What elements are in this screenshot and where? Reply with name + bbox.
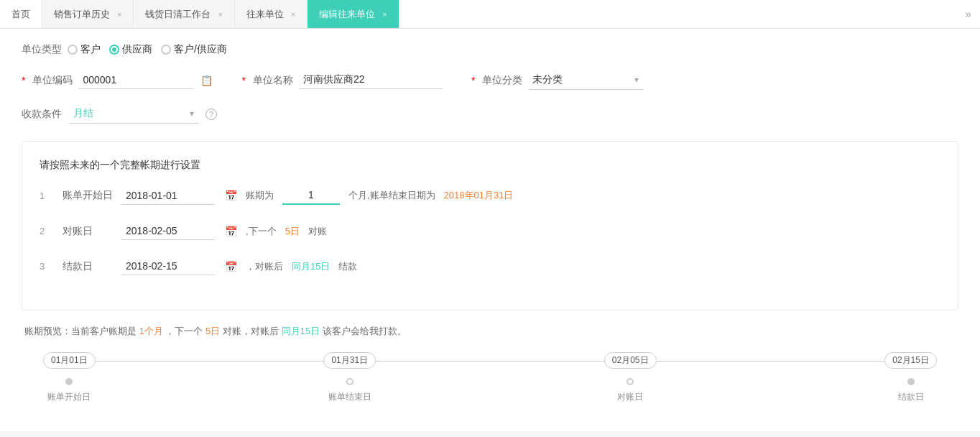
timeline-nodes: 01月01日 账单开始日 01月31日 账单结束日 02月05日 对账日 02月… <box>43 352 937 403</box>
help-icon[interactable]: ? <box>205 109 217 120</box>
chevron-down-icon: ▾ <box>634 75 639 85</box>
step-1-num: 1 <box>40 190 54 201</box>
unit-type-row: 单位类型 客户 供应商 客户/供应商 <box>22 43 958 56</box>
payment-condition-label: 收款条件 <box>22 108 62 121</box>
unit-type-label: 单位类型 <box>22 43 62 56</box>
period-input[interactable] <box>282 186 340 205</box>
timeline-label-3: 结款日 <box>898 391 924 403</box>
preview-text: 账期预览：当前客户账期是 1个月 ，下一个 5日 对账，对账后 同月15日 该客… <box>22 325 958 338</box>
settings-title: 请按照未来的一个完整帐期进行设置 <box>40 159 940 172</box>
timeline-node-2: 02月05日 对账日 <box>604 352 657 403</box>
timeline-label-2: 对账日 <box>617 391 643 403</box>
preview-prefix: 账期预览：当前客户账期是 <box>24 326 137 336</box>
preview-mid2: 对账，对账后 <box>223 326 279 336</box>
payment-chevron-icon: ▾ <box>190 109 194 119</box>
tab-home[interactable]: 首页 <box>0 0 42 28</box>
timeline-badge-0: 01月01日 <box>43 352 96 369</box>
unit-category-group: * 单位分类 未分类 ▾ <box>471 70 643 90</box>
tab-sales-history[interactable]: 销售订单历史 × <box>42 0 134 28</box>
timeline-label-0: 账单开始日 <box>47 391 91 403</box>
step-2-num: 2 <box>40 226 54 236</box>
timeline-badge-2: 02月05日 <box>604 352 657 369</box>
unit-info-row: * 单位编码 📋 * 单位名称 * 单位分类 未分类 ▾ <box>22 70 958 90</box>
step-3-num: 3 <box>40 261 54 272</box>
timeline-label-1: 账单结束日 <box>328 391 371 403</box>
tab-counterparty-close[interactable]: × <box>291 10 295 19</box>
unit-name-required: * <box>241 75 245 86</box>
unit-code-label: 单位编码 <box>32 74 73 87</box>
tab-edit-counterparty-label: 编辑往来单位 <box>319 8 375 21</box>
reconcile-date-calendar-icon[interactable]: 📅 <box>225 226 237 237</box>
step-2-label: 对账日 <box>63 225 113 238</box>
reconcile-prefix: ,下一个 <box>246 225 277 238</box>
start-date-calendar-icon[interactable]: 📅 <box>225 190 237 201</box>
tab-home-label: 首页 <box>11 8 30 21</box>
timeline: 01月01日 账单开始日 01月31日 账单结束日 02月05日 对账日 02月… <box>22 352 958 403</box>
timeline-dot-0 <box>65 378 73 385</box>
radio-both-label: 客户/供应商 <box>174 43 227 56</box>
radio-customer-label: 客户 <box>80 43 101 56</box>
preview-part2: 5日 <box>205 326 220 336</box>
unit-category-value: 未分类 <box>532 73 632 86</box>
start-date-input[interactable] <box>121 187 215 205</box>
payment-date-calendar-icon[interactable]: 📅 <box>225 261 237 272</box>
tab-expand-button[interactable]: » <box>956 0 980 28</box>
timeline-dot-2 <box>627 378 634 385</box>
timeline-node-0: 01月01日 账单开始日 <box>43 352 96 403</box>
timeline-dot-1 <box>346 378 353 385</box>
reconcile-suffix: 对账 <box>308 225 327 238</box>
copy-icon[interactable]: 📋 <box>200 75 213 86</box>
unit-code-input[interactable] <box>78 71 193 89</box>
tab-bar: 首页 销售订单历史 × 钱货日清工作台 × 往来单位 × 编辑往来单位 × » <box>0 0 980 29</box>
settings-row-3: 3 结款日 📅 ，对账后 同月15日 结款 <box>40 257 940 275</box>
radio-customer[interactable]: 客户 <box>68 43 101 56</box>
tab-sales-history-label: 销售订单历史 <box>54 8 110 21</box>
main-content: 单位类型 客户 供应商 客户/供应商 * 单位编码 <box>0 29 980 431</box>
step-3-label: 结款日 <box>63 260 113 273</box>
unit-name-input[interactable] <box>299 71 443 89</box>
step-1-label: 账单开始日 <box>63 189 113 202</box>
preview-mid1: ，下一个 <box>165 326 203 336</box>
payment-suffix: 结款 <box>338 260 357 273</box>
unit-category-label: 单位分类 <box>482 74 522 87</box>
unit-name-group: * 单位名称 <box>241 71 442 89</box>
timeline-badge-3: 02月15日 <box>884 352 937 369</box>
tab-sales-history-close[interactable]: × <box>117 10 121 19</box>
payment-condition-value: 月结 <box>73 107 187 120</box>
payment-condition-row: 收款条件 月结 ▾ ? <box>22 104 958 124</box>
tab-counterparty[interactable]: 往来单位 × <box>235 0 308 28</box>
unit-type-radio-group: 客户 供应商 客户/供应商 <box>68 43 227 56</box>
radio-both-circle <box>161 45 171 55</box>
payment-condition-select[interactable]: 月结 ▾ <box>69 104 198 124</box>
timeline-badge-1: 01月31日 <box>323 352 376 369</box>
payment-date-input[interactable] <box>121 257 215 275</box>
timeline-node-3: 02月15日 结款日 <box>884 352 937 403</box>
timeline-dot-3 <box>907 378 915 385</box>
radio-supplier-label: 供应商 <box>122 43 152 56</box>
radio-both[interactable]: 客户/供应商 <box>161 43 227 56</box>
unit-category-required: * <box>471 75 475 86</box>
tab-cash-desk-label: 钱货日清工作台 <box>145 8 211 21</box>
radio-customer-circle <box>68 45 78 55</box>
reconcile-date-input[interactable] <box>121 222 215 240</box>
end-date-highlight: 2018年01月31日 <box>444 189 514 202</box>
preview-suffix: 该客户会给我打款。 <box>323 326 407 336</box>
radio-supplier-circle <box>109 45 119 55</box>
period-prefix: 账期为 <box>246 189 274 202</box>
tab-edit-counterparty-close[interactable]: × <box>382 10 387 19</box>
settings-row-1: 1 账单开始日 📅 账期为 个月,账单结束日期为 2018年01月31日 <box>40 186 940 205</box>
unit-category-select[interactable]: 未分类 ▾ <box>528 70 643 90</box>
payment-day-highlight: 同月15日 <box>292 260 330 273</box>
settings-box: 请按照未来的一个完整帐期进行设置 1 账单开始日 📅 账期为 个月,账单结束日期… <box>22 141 958 310</box>
radio-supplier[interactable]: 供应商 <box>109 43 152 56</box>
period-suffix: 个月,账单结束日期为 <box>348 189 435 202</box>
unit-code-required: * <box>22 75 25 86</box>
tab-edit-counterparty[interactable]: 编辑往来单位 × <box>308 0 399 28</box>
timeline-node-1: 01月31日 账单结束日 <box>323 352 376 403</box>
preview-part3: 同月15日 <box>282 326 320 336</box>
tab-cash-desk[interactable]: 钱货日清工作台 × <box>134 0 234 28</box>
tab-counterparty-label: 往来单位 <box>246 8 284 21</box>
tab-cash-desk-close[interactable]: × <box>218 10 222 19</box>
preview-part1: 1个月 <box>139 326 163 336</box>
unit-name-label: 单位名称 <box>253 74 293 87</box>
